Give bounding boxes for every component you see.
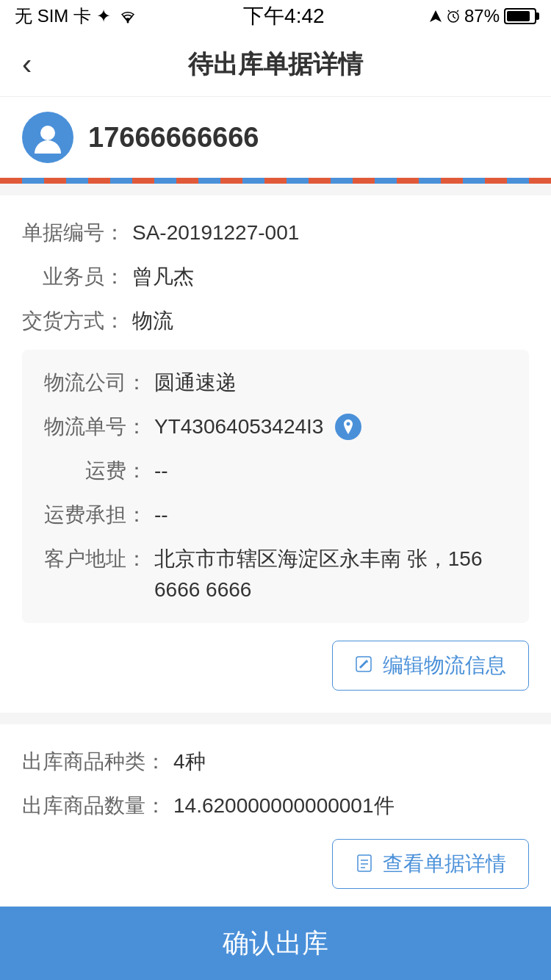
delivery-method-row: 交货方式： 物流 [22,306,529,336]
confirm-label: 确认出库 [223,926,328,962]
order-no-value: SA-20191227-001 [132,217,529,248]
basic-info-section: 单据编号： SA-20191227-001 业务员： 曾凡杰 交货方式： 物流 … [0,195,551,713]
tracking-location-icon[interactable] [335,414,361,440]
logistics-company-label: 物流公司： [44,367,147,398]
order-no-row: 单据编号： SA-20191227-001 [22,217,529,248]
product-type-label: 出库商品种类： [22,746,166,777]
sim-status: 无 SIM 卡 ✦ [15,4,111,28]
salesperson-value: 曾凡杰 [132,262,529,292]
avatar-icon [32,121,64,154]
view-details-button[interactable]: 查看单据详情 [332,839,529,889]
status-time: 下午4:42 [243,2,325,30]
wifi-icon [117,8,139,24]
customer-header: 17666666666 [0,97,551,178]
status-left: 无 SIM 卡 ✦ [15,4,139,28]
status-right: 87% [429,6,536,26]
status-bar: 无 SIM 卡 ✦ 下午4:42 87% [0,0,551,32]
battery-icon [504,8,536,24]
salesperson-row: 业务员： 曾凡杰 [22,262,529,292]
svg-point-0 [126,21,129,24]
edit-logistics-button[interactable]: 编辑物流信息 [332,641,529,691]
tracking-no-label: 物流单号： [44,411,147,442]
freight-bear-label: 运费承担： [44,500,147,530]
product-qty-label: 出库商品数量： [22,790,166,821]
svg-point-7 [40,126,55,140]
freight-bear-row: 运费承担： -- [44,500,507,530]
tracking-no-value: YT43064053424I3 [154,411,323,442]
address-row: 客户地址： 北京市市辖区海淀区永丰南 张，156 6666 6666 [44,544,507,605]
dashed-divider [0,178,551,184]
edit-logistics-label: 编辑物流信息 [383,652,506,680]
battery-percent: 87% [464,6,500,26]
edit-button-wrapper: 编辑物流信息 [22,641,529,691]
order-no-label: 单据编号： [22,217,125,248]
stats-section: 出库商品种类： 4种 出库商品数量： 14.620000000000001件 查… [0,724,551,911]
pin-icon [341,419,356,434]
logistics-company-value: 圆通速递 [154,367,507,398]
back-button[interactable]: ‹ [22,48,32,81]
edit-icon [355,655,375,676]
avatar [22,112,73,163]
tracking-no-row: 物流单号： YT43064053424I3 [44,411,507,442]
document-icon [355,854,375,874]
view-details-label: 查看单据详情 [383,850,506,878]
product-qty-value: 14.620000000000001件 [173,790,529,821]
svg-line-6 [457,10,458,12]
nav-bar: ‹ 待出库单据详情 [0,32,551,97]
svg-line-5 [448,10,450,12]
address-value: 北京市市辖区海淀区永丰南 张，156 6666 6666 [154,544,507,605]
alarm-icon [447,10,460,23]
svg-rect-9 [358,855,371,871]
confirm-button[interactable]: 确认出库 [0,907,551,980]
freight-row: 运费： -- [44,455,507,486]
freight-bear-value: -- [154,500,507,530]
freight-value: -- [154,455,507,486]
product-qty-row: 出库商品数量： 14.620000000000001件 [22,790,529,821]
view-details-wrapper: 查看单据详情 [22,839,529,889]
location-arrow-icon [429,10,442,23]
logistics-company-row: 物流公司： 圆通速递 [44,367,507,398]
salesperson-label: 业务员： [22,262,125,292]
product-type-value: 4种 [173,746,529,777]
page-title: 待出库单据详情 [188,48,363,82]
product-type-row: 出库商品种类： 4种 [22,746,529,777]
delivery-method-label: 交货方式： [22,306,125,336]
tracking-no-value-row: YT43064053424I3 [154,411,507,442]
address-label: 客户地址： [44,544,147,574]
customer-phone: 17666666666 [88,122,259,154]
svg-marker-1 [430,10,442,22]
freight-label: 运费： [44,455,147,486]
svg-line-4 [453,17,455,18]
logistics-box: 物流公司： 圆通速递 物流单号： YT43064053424I3 运费： -- [22,350,529,623]
delivery-method-value: 物流 [132,306,529,336]
